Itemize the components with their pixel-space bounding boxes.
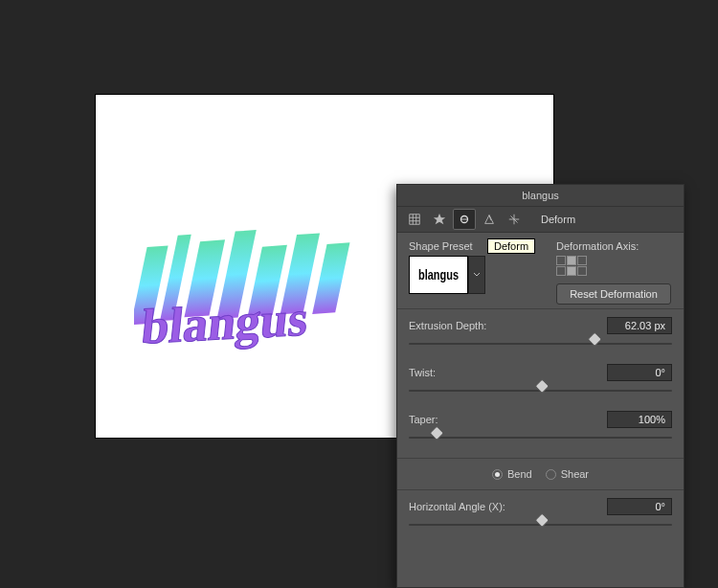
panel-title: blangus <box>522 190 559 201</box>
deformation-axis-label: Deformation Axis: <box>556 240 672 252</box>
svg-text:blangus: blangus <box>139 290 310 354</box>
radio-dot-icon <box>492 469 503 480</box>
horizontal-angle-value[interactable]: 0° <box>607 498 672 515</box>
radio-dot-icon <box>546 469 556 480</box>
bend-radio-label: Bend <box>507 468 532 480</box>
properties-panel: blangus Deform Shape Preset blangus <box>396 184 684 588</box>
svg-rect-6 <box>312 242 349 314</box>
coord-tab-icon[interactable] <box>503 209 526 230</box>
twist-slider[interactable] <box>409 384 672 397</box>
chevron-down-icon <box>473 271 481 279</box>
taper-label: Taper: <box>409 414 438 425</box>
panel-title-bar[interactable]: blangus <box>397 185 684 206</box>
deform-tab-icon[interactable] <box>453 209 476 230</box>
extrusion-depth-value[interactable]: 62.03 px <box>607 317 672 334</box>
star-tab-icon[interactable] <box>428 209 451 230</box>
deformation-axis-selector[interactable] <box>556 256 672 276</box>
horizontal-angle-slider[interactable] <box>409 518 672 531</box>
twist-value[interactable]: 0° <box>607 364 672 381</box>
twist-label: Twist: <box>409 367 436 378</box>
panel-tab-bar: Deform <box>397 206 684 233</box>
shape-preset-thumbnail[interactable]: blangus <box>409 256 468 294</box>
bend-radio[interactable]: Bend <box>492 468 532 480</box>
deform-tooltip: Deform <box>487 238 535 254</box>
extrusion-depth-label: Extrusion Depth: <box>409 320 486 331</box>
horizontal-angle-label: Horizontal Angle (X): <box>409 501 505 512</box>
cap-tab-icon[interactable] <box>478 209 501 230</box>
shear-radio[interactable]: Shear <box>546 468 589 480</box>
active-tab-label: Deform <box>541 214 575 225</box>
reset-deformation-button[interactable]: Reset Deformation <box>556 283 671 305</box>
mesh-tab-icon[interactable] <box>403 209 426 230</box>
preset-thumb-text: blangus <box>418 267 459 283</box>
extrusion-depth-slider[interactable] <box>409 337 672 351</box>
shear-radio-label: Shear <box>561 468 589 480</box>
taper-slider[interactable] <box>409 431 672 444</box>
taper-value[interactable]: 100% <box>607 411 672 428</box>
shape-preset-dropdown[interactable] <box>468 256 485 294</box>
